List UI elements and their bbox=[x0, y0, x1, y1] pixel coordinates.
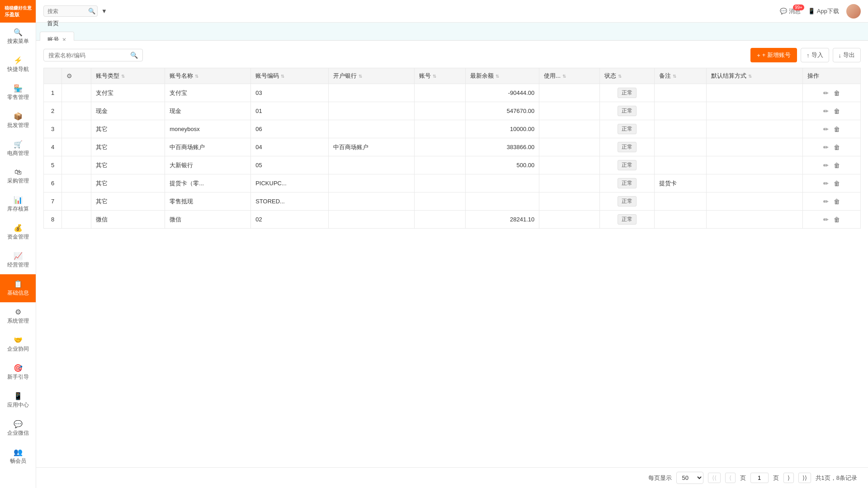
cell-action: ✏ 🗑 bbox=[803, 156, 861, 174]
sort-icon-bank[interactable]: ⇅ bbox=[359, 74, 362, 79]
cell-name: 微信 bbox=[165, 211, 251, 229]
table-row: 7其它零售抵现STORED...正常 ✏ 🗑 bbox=[44, 192, 861, 211]
cell-settings bbox=[62, 84, 91, 102]
sort-icon-account[interactable]: ⇅ bbox=[433, 74, 436, 79]
cell-settings bbox=[62, 102, 91, 120]
sidebar-item-app-center[interactable]: 📱应用中心 bbox=[0, 386, 36, 414]
toolbar-actions: + + 新增账号 ↑ 导入 ↓ 导出 bbox=[750, 48, 861, 62]
tab-home[interactable]: 首页 bbox=[40, 15, 74, 32]
cell-remark: 提货卡 bbox=[655, 174, 707, 192]
page-label: 页 bbox=[740, 474, 746, 482]
col-header-status[interactable]: 状态⇅ bbox=[600, 68, 655, 84]
add-account-button[interactable]: + + 新增账号 bbox=[750, 48, 797, 62]
cell-name: 大新银行 bbox=[165, 156, 251, 174]
sidebar-item-ops-mgmt[interactable]: 📈经营管理 bbox=[0, 246, 36, 274]
col-header-balance[interactable]: 最新余额⇅ bbox=[466, 68, 539, 84]
search-icon[interactable]: 🔍 bbox=[130, 52, 138, 59]
cell-code: 05 bbox=[251, 156, 329, 174]
delete-button[interactable]: 🗑 bbox=[832, 215, 842, 224]
cell-action: ✏ 🗑 bbox=[803, 211, 861, 229]
sort-icon-name[interactable]: ⇅ bbox=[195, 74, 198, 79]
prev-page-button[interactable]: ⟨ bbox=[725, 473, 736, 483]
last-page-button[interactable]: ⟩⟩ bbox=[798, 473, 811, 483]
cell-balance: 383866.00 bbox=[466, 138, 539, 156]
sort-icon-type[interactable]: ⇅ bbox=[121, 74, 125, 79]
cell-code: 04 bbox=[251, 138, 329, 156]
topbar-dropdown[interactable]: ▼ bbox=[101, 8, 107, 14]
content-search-input[interactable] bbox=[48, 52, 130, 59]
next-page-button[interactable]: ⟩ bbox=[783, 473, 794, 483]
sidebar-item-search-menu[interactable]: 🔍搜索菜单 bbox=[0, 23, 36, 51]
sidebar-item-member[interactable]: 👥畅会员 bbox=[0, 442, 36, 470]
delete-button[interactable]: 🗑 bbox=[832, 143, 842, 152]
col-header-type[interactable]: 账号类型⇅ bbox=[91, 68, 165, 84]
col-header-use[interactable]: 使用...⇅ bbox=[539, 68, 600, 84]
current-page-input[interactable] bbox=[750, 473, 769, 483]
sort-icon-status[interactable]: ⇅ bbox=[618, 74, 622, 79]
content-search-box[interactable]: 🔍 bbox=[43, 49, 143, 61]
export-button[interactable]: ↓ 导出 bbox=[833, 48, 861, 62]
import-button[interactable]: ↑ 导入 bbox=[801, 48, 829, 62]
sidebar-item-retail-mgmt[interactable]: 🏪零售管理 bbox=[0, 79, 36, 107]
cell-num: 1 bbox=[44, 84, 62, 102]
edit-button[interactable]: ✏ bbox=[821, 125, 830, 134]
edit-button[interactable]: ✏ bbox=[821, 215, 830, 224]
sort-icon-use[interactable]: ⇅ bbox=[562, 74, 566, 79]
member-icon: 👥 bbox=[0, 448, 36, 456]
settings-icon[interactable]: ⚙ bbox=[66, 72, 72, 80]
col-header-bank[interactable]: 开户银行⇅ bbox=[329, 68, 415, 84]
col-label-balance: 最新余额 bbox=[470, 72, 494, 79]
delete-button[interactable]: 🗑 bbox=[832, 179, 842, 188]
edit-button[interactable]: ✏ bbox=[821, 161, 830, 170]
cell-account bbox=[415, 102, 466, 120]
new-guide-icon: 🎯 bbox=[0, 364, 36, 372]
col-header-default_settlement[interactable]: 默认结算方式⇅ bbox=[707, 68, 803, 84]
cell-settings bbox=[62, 138, 91, 156]
go-label: 页 bbox=[773, 474, 779, 482]
sidebar-item-basic-info[interactable]: 📋基础信息 bbox=[0, 274, 36, 302]
sidebar-item-inventory[interactable]: 📊库存核算 bbox=[0, 190, 36, 218]
col-header-remark[interactable]: 备注⇅ bbox=[655, 68, 707, 84]
sidebar-item-quick-nav[interactable]: ⚡快捷导航 bbox=[0, 51, 36, 79]
app-download-button[interactable]: 📱 App下载 bbox=[808, 7, 839, 15]
delete-button[interactable]: 🗑 bbox=[832, 161, 842, 170]
sort-icon-remark[interactable]: ⇅ bbox=[673, 74, 676, 79]
status-badge: 正常 bbox=[618, 196, 637, 206]
cell-remark bbox=[655, 156, 707, 174]
sidebar-item-wholesale-mgmt[interactable]: 📦批发管理 bbox=[0, 107, 36, 135]
sidebar-item-sys-mgmt[interactable]: ⚙系统管理 bbox=[0, 302, 36, 330]
tab-label-home: 首页 bbox=[47, 19, 59, 28]
sidebar-item-enterprise-wechat[interactable]: 💬企业微信 bbox=[0, 414, 36, 442]
col-header-account[interactable]: 账号⇅ bbox=[415, 68, 466, 84]
delete-button[interactable]: 🗑 bbox=[832, 89, 842, 98]
col-header-code[interactable]: 账号编码⇅ bbox=[251, 68, 329, 84]
basic-info-label: 基础信息 bbox=[7, 290, 29, 296]
topbar-search-input[interactable] bbox=[47, 8, 88, 14]
sidebar-item-purchase-mgmt[interactable]: 🛍采购管理 bbox=[0, 163, 36, 190]
col-label-remark: 备注 bbox=[659, 72, 671, 79]
sidebar-item-enterprise-agree[interactable]: 🤝企业协同 bbox=[0, 330, 36, 358]
retail-mgmt-label: 零售管理 bbox=[7, 94, 29, 100]
delete-button[interactable]: 🗑 bbox=[832, 125, 842, 134]
sidebar-item-finance-mgmt[interactable]: 💰资金管理 bbox=[0, 218, 36, 246]
message-button[interactable]: 💬 消息 99+ bbox=[780, 7, 801, 15]
sidebar-item-new-guide[interactable]: 🎯新手引导 bbox=[0, 358, 36, 386]
page-size-select[interactable]: 50 20 100 bbox=[676, 472, 703, 484]
sidebar-item-ecommerce-mgmt[interactable]: 🛒电商管理 bbox=[0, 135, 36, 163]
sort-icon-balance[interactable]: ⇅ bbox=[495, 74, 499, 79]
edit-button[interactable]: ✏ bbox=[821, 179, 830, 188]
table-row: 4其它中百商场账户04中百商场账户383866.00正常 ✏ 🗑 bbox=[44, 138, 861, 156]
delete-button[interactable]: 🗑 bbox=[832, 107, 842, 116]
col-header-name[interactable]: 账号名称⇅ bbox=[165, 68, 251, 84]
first-page-button[interactable]: ⟨⟨ bbox=[708, 473, 721, 483]
edit-button[interactable]: ✏ bbox=[821, 107, 830, 116]
edit-button[interactable]: ✏ bbox=[821, 143, 830, 152]
edit-button[interactable]: ✏ bbox=[821, 197, 830, 206]
retail-mgmt-icon: 🏪 bbox=[0, 84, 36, 93]
edit-button[interactable]: ✏ bbox=[821, 89, 830, 98]
sort-icon-code[interactable]: ⇅ bbox=[281, 74, 284, 79]
cell-num: 6 bbox=[44, 174, 62, 192]
user-avatar[interactable] bbox=[846, 4, 861, 19]
sort-icon-default_settlement[interactable]: ⇅ bbox=[748, 74, 752, 79]
delete-button[interactable]: 🗑 bbox=[832, 197, 842, 206]
